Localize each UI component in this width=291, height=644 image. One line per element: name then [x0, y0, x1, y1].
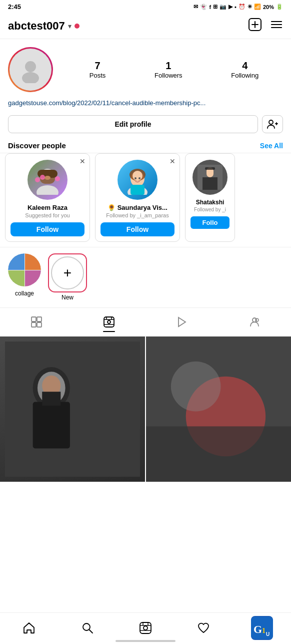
- svg-point-20: [55, 176, 60, 181]
- svg-rect-34: [32, 323, 36, 327]
- collage-avatar: [8, 253, 41, 286]
- snap-icon: 👻: [200, 4, 207, 10]
- discover-title: Discover people: [8, 141, 66, 150]
- svg-text:1: 1: [262, 627, 266, 634]
- battery-icon: 🔋: [276, 4, 283, 10]
- svg-rect-45: [5, 342, 140, 477]
- svg-point-18: [35, 177, 40, 182]
- tab-video[interactable]: [166, 312, 198, 336]
- add-post-button[interactable]: [248, 18, 262, 35]
- follow-button-2[interactable]: Follow: [100, 222, 174, 236]
- posts-stat[interactable]: 7 Posts: [90, 60, 106, 79]
- svg-point-7: [22, 72, 39, 83]
- svg-point-26: [138, 177, 140, 179]
- svg-point-53: [171, 362, 221, 412]
- bio-section: gadgetstouse.com/blog/2022/02/11/cancel-…: [0, 96, 291, 111]
- svg-rect-50: [42, 392, 60, 406]
- svg-rect-47: [33, 402, 70, 449]
- stories-row: collage + New: [0, 247, 291, 308]
- svg-point-17: [44, 176, 50, 180]
- profile-stats: 7 Posts 1 Followers 4 Following: [65, 60, 283, 79]
- close-card-1-button[interactable]: ✕: [80, 158, 86, 165]
- battery-label: 20%: [263, 4, 274, 10]
- collage-label: collage: [15, 290, 34, 297]
- svg-rect-33: [37, 317, 42, 321]
- bt-icon: ✳: [248, 4, 252, 10]
- profile-section: 7 Posts 1 Followers 4 Following: [0, 39, 291, 96]
- menu-icon[interactable]: [270, 18, 283, 34]
- add-person-button[interactable]: [262, 115, 283, 133]
- svg-point-24: [132, 171, 142, 181]
- tab-tagged[interactable]: [238, 312, 270, 336]
- svg-point-37: [108, 320, 110, 324]
- gadgets-logo: G 1 U: [251, 616, 273, 640]
- svg-text:G: G: [254, 623, 262, 635]
- content-tabs: [0, 308, 291, 337]
- new-story-circle[interactable]: +: [51, 256, 84, 289]
- tab-grid[interactable]: [20, 312, 52, 336]
- svg-point-44: [256, 318, 258, 321]
- nav-search[interactable]: [76, 617, 98, 639]
- bottom-nav: G 1 U: [0, 612, 291, 644]
- plus-icon: +: [64, 266, 72, 280]
- yt-icon: ▶: [228, 4, 232, 10]
- follow-button-1[interactable]: Follow: [10, 222, 84, 236]
- discover-sub-2: Followed by _i_am_paras: [100, 212, 174, 218]
- discover-scroll: ✕ Kaleem Raza Suggested for you Follow ✕: [0, 153, 291, 247]
- followers-stat[interactable]: 1 Followers: [154, 60, 182, 79]
- svg-point-25: [134, 177, 136, 179]
- followers-label: Followers: [154, 72, 182, 79]
- posts-label: Posts: [90, 72, 106, 79]
- chevron-down-icon[interactable]: ▾: [68, 22, 72, 30]
- posts-grid: [0, 337, 291, 482]
- story-new[interactable]: + New: [48, 253, 87, 301]
- nav-profile[interactable]: G 1 U: [251, 617, 273, 639]
- alarm-icon: ⏰: [238, 4, 246, 10]
- post-cell-1[interactable]: [0, 337, 145, 482]
- svg-point-58: [144, 626, 148, 630]
- svg-point-8: [269, 120, 273, 124]
- tab-reels[interactable]: [93, 312, 125, 336]
- notification-dot: [74, 24, 80, 29]
- nav-heart[interactable]: [192, 617, 214, 639]
- svg-point-19: [40, 175, 45, 180]
- status-bar: 2:45 ✉ 👻 f ⊞ 📷 ▶ • ⏰ ✳ 📶 20% 🔋: [0, 0, 291, 14]
- discover-card-3: Shatakshi Followed by _i Follo: [185, 153, 235, 242]
- nav-home[interactable]: [18, 617, 40, 639]
- svg-marker-42: [178, 317, 186, 327]
- gesture-bar: [116, 640, 176, 642]
- story-collage[interactable]: collage: [8, 253, 41, 297]
- discover-card-2: ✕ 🌻 Saundarya Vis... Followed by _i_am_p…: [95, 153, 180, 242]
- following-stat[interactable]: 4 Following: [231, 60, 258, 79]
- avatar-ring[interactable]: [8, 47, 53, 92]
- discover-sub-3: Followed by _i: [190, 207, 230, 212]
- svg-rect-32: [32, 317, 36, 321]
- profile-link[interactable]: gadgetstouse.com/blog/2022/02/11/cancel-…: [8, 99, 206, 107]
- nav-reels[interactable]: [134, 617, 156, 639]
- wifi-icon: 📶: [254, 4, 261, 10]
- svg-rect-30: [202, 177, 218, 190]
- discover-name-3: Shatakshi: [190, 199, 230, 206]
- svg-rect-57: [140, 622, 151, 633]
- svg-point-12: [36, 185, 58, 195]
- follow-button-3[interactable]: Follo: [190, 216, 230, 229]
- phone-icon: ⊞: [213, 4, 218, 10]
- followers-count: 1: [166, 60, 171, 72]
- insta-icon: 📷: [220, 4, 226, 10]
- close-card-2-button[interactable]: ✕: [170, 158, 176, 165]
- post-cell-2[interactable]: [146, 337, 291, 482]
- posts-count: 7: [95, 60, 100, 72]
- see-all-button[interactable]: See All: [260, 142, 283, 150]
- dot-icon: •: [234, 4, 236, 10]
- svg-rect-31: [205, 167, 215, 170]
- discover-header: Discover people See All: [0, 137, 291, 153]
- svg-rect-36: [104, 317, 114, 327]
- svg-rect-27: [130, 185, 144, 195]
- svg-point-6: [25, 61, 36, 72]
- discover-avatar-3: [192, 160, 228, 195]
- new-story-highlight-box: +: [48, 253, 87, 292]
- following-label: Following: [231, 72, 258, 79]
- fb-icon: f: [209, 4, 211, 10]
- edit-profile-button[interactable]: Edit profile: [8, 115, 258, 133]
- username-label[interactable]: abctest007: [8, 20, 65, 33]
